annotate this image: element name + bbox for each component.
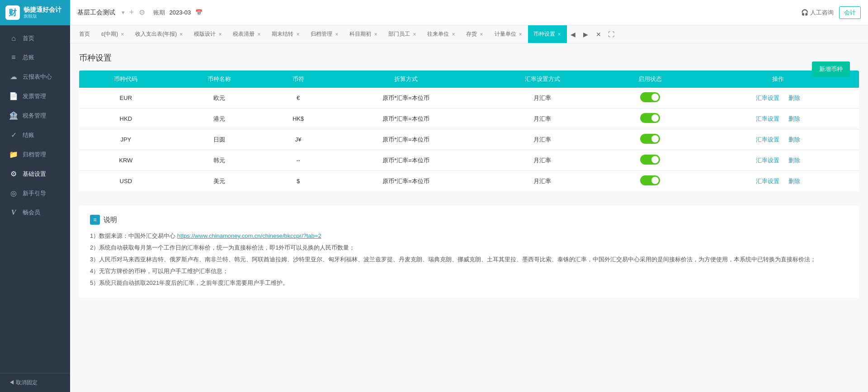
- tab-customer[interactable]: 往来单位 ×: [422, 25, 461, 43]
- sidebar-label-home: 首页: [23, 34, 34, 43]
- tab-subject-init[interactable]: 科目期初 ×: [344, 25, 383, 43]
- toggle-enabled-0[interactable]: [640, 92, 660, 102]
- cell-symbol-0: €: [266, 88, 330, 109]
- new-currency-btn[interactable]: 新增币种: [812, 61, 850, 77]
- delete-link-2[interactable]: 删除: [788, 136, 800, 143]
- sidebar-item-ledger[interactable]: ≡ 总账: [0, 48, 70, 67]
- cell-name-0: 欧元: [173, 88, 266, 109]
- tabbar: 首页 ε(中期) × 收入支出表(年报) × 模版设计 × 税表清册 × 期末结…: [70, 25, 868, 43]
- rate-setting-link-1[interactable]: 汇率设置: [756, 115, 779, 122]
- tab-unit-close[interactable]: ×: [519, 31, 522, 38]
- rate-setting-link-0[interactable]: 汇率设置: [756, 94, 779, 101]
- tab-archive[interactable]: 归档管理 ×: [305, 25, 344, 43]
- sidebar-item-settings[interactable]: ⚙ 基础设置: [0, 164, 70, 184]
- add-company-btn[interactable]: +: [129, 8, 134, 17]
- settings-icon: ⚙: [9, 170, 18, 178]
- toggle-enabled-1[interactable]: [640, 113, 660, 123]
- tab-dept[interactable]: 部门员工 ×: [383, 25, 422, 43]
- rate-setting-link-3[interactable]: 汇率设置: [756, 157, 779, 164]
- app-sub: 旗舰版: [24, 13, 61, 19]
- home-icon: ⌂: [9, 34, 18, 43]
- help-label: 人工咨询: [810, 9, 834, 17]
- sidebar-item-guide[interactable]: ◎ 新手引导: [0, 184, 70, 203]
- company-dropdown-btn[interactable]: ▾: [122, 9, 125, 16]
- tab-template-close[interactable]: ×: [218, 31, 222, 38]
- content-wrapper: 币种设置 新增币种 币种代码 币种名称 币符 折算方式 汇率设置方式 启用状态 …: [79, 52, 859, 298]
- sidebar-item-reports[interactable]: ☁ 云报表中心: [0, 67, 70, 86]
- cell-actions-3: 汇率设置 删除: [697, 150, 859, 171]
- delete-link-1[interactable]: 删除: [788, 115, 800, 122]
- table-body: EUR 欧元 € 原币*汇率=本位币 月汇率 汇率设置 删除 HKD 港元 HK…: [79, 88, 859, 191]
- sidebar-label-invoice: 发票管理: [23, 92, 46, 100]
- col-code: 币种代码: [79, 71, 173, 88]
- delete-link-3[interactable]: 删除: [788, 157, 800, 164]
- tab-template[interactable]: 模版设计 ×: [189, 25, 227, 43]
- sidebar-item-settle[interactable]: ✓ 结账: [0, 125, 70, 145]
- tab-income-close[interactable]: ×: [179, 31, 183, 38]
- tab-dept-close[interactable]: ×: [413, 31, 416, 38]
- cell-code-2: JPY: [79, 129, 173, 150]
- tab-balance[interactable]: ε(中期) ×: [96, 25, 130, 43]
- tab-archive-close[interactable]: ×: [335, 31, 338, 38]
- tab-expand-btn[interactable]: ⛶: [605, 28, 618, 41]
- cell-status-0: [604, 88, 697, 109]
- delete-link-4[interactable]: 删除: [788, 178, 800, 184]
- tab-currency-close[interactable]: ×: [558, 31, 561, 38]
- cell-name-2: 日圆: [173, 129, 266, 150]
- tab-unit-label: 计量单位: [495, 30, 516, 38]
- unpin-label: ◀ 取消固定: [9, 379, 38, 387]
- account-button[interactable]: 会计: [839, 6, 861, 19]
- tab-prev-btn[interactable]: ◀: [567, 28, 580, 41]
- tab-customer-close[interactable]: ×: [452, 31, 455, 38]
- cell-status-2: [604, 129, 697, 150]
- toggle-enabled-2[interactable]: [640, 134, 660, 144]
- rate-setting-link-2[interactable]: 汇率设置: [756, 136, 779, 143]
- notice-title-text: 说明: [104, 216, 117, 224]
- col-symbol: 币符: [266, 71, 330, 88]
- tab-inventory-close[interactable]: ×: [480, 31, 483, 38]
- currency-table-container: 币种代码 币种名称 币符 折算方式 汇率设置方式 启用状态 操作 EUR 欧元 …: [79, 71, 859, 191]
- calendar-icon[interactable]: 📅: [195, 9, 203, 16]
- table-row: KRW 韩元 -- 原币*汇率=本位币 月汇率 汇率设置 删除: [79, 150, 859, 171]
- sidebar-item-tax[interactable]: 🏦 税务管理: [0, 106, 70, 125]
- tab-template-label: 模版设计: [194, 30, 216, 38]
- tab-period-end-label: 期末结转: [272, 30, 293, 38]
- help-button[interactable]: 🎧 人工咨询: [801, 9, 834, 17]
- tab-close-all-btn[interactable]: ✕: [592, 28, 605, 41]
- tab-currency[interactable]: 币种设置 ×: [528, 25, 567, 43]
- tab-dept-label: 部门员工: [388, 30, 410, 38]
- topbar-settings-btn[interactable]: ⚙: [139, 8, 145, 17]
- cell-symbol-4: $: [266, 171, 330, 192]
- period-label: 账期: [153, 9, 165, 17]
- sidebar-unpin[interactable]: ◀ 取消固定: [0, 373, 70, 392]
- tab-tax-close[interactable]: ×: [257, 31, 260, 38]
- tab-subject-init-close[interactable]: ×: [374, 31, 377, 38]
- sidebar-label-ledger: 总账: [23, 53, 34, 61]
- tab-period-end[interactable]: 期末结转 ×: [266, 25, 305, 43]
- table-row: HKD 港元 HK$ 原币*汇率=本位币 月汇率 汇率设置 删除: [79, 109, 859, 129]
- tab-period-end-close[interactable]: ×: [296, 31, 299, 38]
- sidebar-nav: ⌂ 首页 ≡ 总账 ☁ 云报表中心 📄 发票管理 🏦 税务管理 ✓ 结账 📁 归…: [0, 25, 70, 373]
- currency-table: 币种代码 币种名称 币符 折算方式 汇率设置方式 启用状态 操作 EUR 欧元 …: [79, 71, 859, 191]
- invoice-icon: 📄: [9, 92, 18, 100]
- sidebar-label-settings: 基础设置: [23, 170, 46, 178]
- sidebar-item-invoice[interactable]: 📄 发票管理: [0, 86, 70, 106]
- tab-unit[interactable]: 计量单位 ×: [489, 25, 528, 43]
- toggle-enabled-3[interactable]: [640, 155, 660, 165]
- toggle-enabled-4[interactable]: [640, 175, 660, 185]
- tab-next-btn[interactable]: ▶: [580, 28, 592, 41]
- tab-home[interactable]: 首页: [74, 25, 96, 43]
- tab-income[interactable]: 收入支出表(年报) ×: [130, 25, 189, 43]
- tab-inventory[interactable]: 存货 ×: [461, 25, 489, 43]
- table-row: JPY 日圆 J¥ 原币*汇率=本位币 月汇率 汇率设置 删除: [79, 129, 859, 150]
- tab-tax[interactable]: 税表清册 ×: [227, 25, 266, 43]
- delete-link-0[interactable]: 删除: [788, 94, 800, 101]
- sidebar-item-home[interactable]: ⌂ 首页: [0, 29, 70, 48]
- tab-balance-close[interactable]: ×: [121, 31, 124, 38]
- rate-setting-link-4[interactable]: 汇率设置: [756, 178, 779, 184]
- logo-icon: 财: [5, 5, 20, 20]
- sidebar-item-member[interactable]: V 畅会员: [0, 203, 70, 222]
- notice-link[interactable]: https://www.chinamoney.com.cn/chinese/bk…: [177, 232, 321, 239]
- sidebar-item-archive[interactable]: 📁 归档管理: [0, 145, 70, 164]
- cell-code-0: EUR: [79, 88, 173, 109]
